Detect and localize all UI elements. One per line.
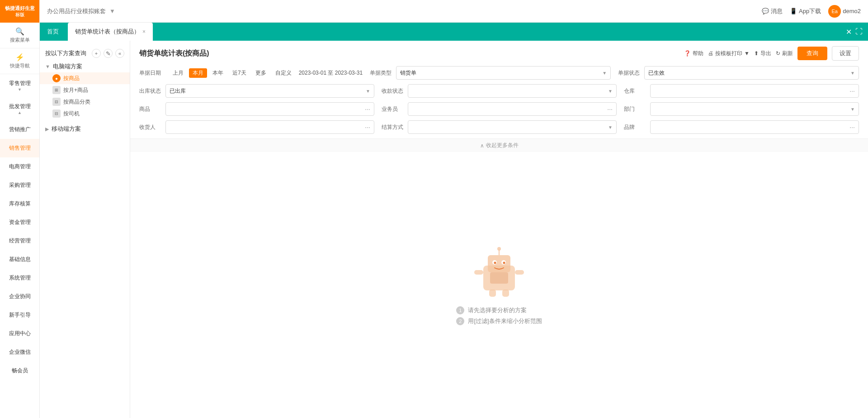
receipt-status-dropdown[interactable]: ▼ (408, 84, 617, 98)
topbar-left: 办公用品行业模拟账套 ▼ (47, 7, 115, 15)
user-area[interactable]: Ea demo2 (828, 5, 861, 18)
query-button[interactable]: 查询 (797, 47, 827, 60)
filter-wrapper: 销货单统计表(按商品) ❓ 帮助 🖨 按模板打印 ▼ (130, 41, 868, 134)
sidebar-item-sales[interactable]: 销售管理 (0, 139, 39, 157)
sidebar-item-purchase[interactable]: 采购管理 (0, 176, 39, 195)
sidebar-item-operations[interactable]: 经营管理 (0, 232, 39, 250)
empty-illustration (472, 245, 526, 301)
payment-caret: ▼ (608, 125, 613, 130)
sku-icon: ⊟ (52, 109, 61, 118)
product-input[interactable]: ··· (165, 102, 374, 116)
doc-status-dropdown[interactable]: 已生效 ▼ (644, 66, 859, 80)
sidebar-item-ecommerce[interactable]: 电商管理 (0, 157, 39, 176)
date-tab-this-month[interactable]: 本月 (189, 68, 207, 78)
filter-receipt-status: 收款状态 ▼ (382, 84, 617, 98)
svg-point-11 (497, 247, 501, 251)
recipient-input[interactable]: ··· (165, 120, 374, 134)
tree-item-by-product[interactable]: ● 按商品 (40, 72, 130, 84)
department-label: 部门 (624, 105, 646, 113)
department-dropdown[interactable]: ▼ (650, 102, 859, 116)
help-btn[interactable]: ❓ 帮助 (684, 50, 703, 57)
export-btn[interactable]: ⬆ 导出 (754, 50, 771, 57)
date-tab-7days[interactable]: 近7天 (229, 68, 250, 78)
sidebar-item-retail[interactable]: 零售管理 ▼ (0, 74, 39, 97)
tree-mobile-section[interactable]: ▶ 移动端方案 (40, 123, 130, 135)
salesperson-input[interactable]: ··· (408, 102, 617, 116)
sidebar-item-marketing[interactable]: 营销推广 (0, 120, 39, 139)
page-actions: ❓ 帮助 🖨 按模板打印 ▼ ⬆ 导出 (684, 46, 859, 61)
tab-close-btn[interactable]: × (142, 28, 146, 35)
tab-close-window-btn[interactable]: ✕ (846, 28, 852, 36)
collapse-panel-btn[interactable]: « (115, 49, 124, 58)
filter-salesperson: 业务员 ··· (382, 102, 617, 116)
app-download-btn[interactable]: 📱 App下载 (790, 7, 821, 15)
filter-section: 销货单统计表(按商品) ❓ 帮助 🖨 按模板打印 ▼ (130, 41, 868, 152)
recipient-dots[interactable]: ··· (365, 124, 370, 131)
payment-dropdown[interactable]: ▼ (408, 120, 617, 134)
print-btn[interactable]: 🖨 按模板打印 ▼ (708, 50, 750, 57)
sidebar-item-member[interactable]: 畅会员 (0, 361, 39, 380)
add-scheme-btn[interactable]: + (92, 49, 101, 58)
out-status-label: 出库状态 (139, 87, 162, 95)
filter-date: 单据日期 上月 本月 本年 近7天 更多 自定义 2023-03-01 至 20… (139, 68, 363, 78)
edit-scheme-btn[interactable]: ✎ (104, 49, 113, 58)
page-title: 销货单统计表(按商品) (139, 49, 209, 58)
empty-tip-1: 1 请先选择要分析的方案 (456, 306, 542, 314)
tree-item-by-month-product[interactable]: ⊞ 按月+商品 (40, 84, 130, 96)
tree-item-label-3: 按司机 (63, 110, 80, 118)
content-area: 按以下方案查询 + ✎ « ▼ 电脑端方案 ● 按商品 ⊞ 按月+商品 ⊟ (40, 41, 868, 418)
sidebar-item-system[interactable]: 系统管理 (0, 269, 39, 287)
out-status-caret: ▼ (366, 89, 370, 94)
sidebar-item-apps[interactable]: 应用中心 (0, 324, 39, 343)
out-status-dropdown[interactable]: 已出库 ▼ (165, 84, 374, 98)
app-logo[interactable]: 畅捷通好生意 标版 (0, 0, 39, 23)
sidebar-item-newbie[interactable]: 新手引导 (0, 306, 39, 324)
tab-maximize-btn[interactable]: ⛶ (855, 28, 863, 36)
filter-row-1: 单据日期 上月 本月 本年 近7天 更多 自定义 2023-03-01 至 20… (139, 66, 859, 80)
tree-desktop-section[interactable]: ▼ 电脑端方案 (40, 61, 130, 72)
tree-item-by-sku[interactable]: ⊟ 按司机 (40, 108, 130, 119)
doc-type-caret: ▼ (602, 71, 607, 76)
search-menu-item[interactable]: 🔍 搜索菜单 (0, 23, 39, 48)
sidebar-item-enterprise[interactable]: 企业协同 (0, 287, 39, 306)
warehouse-dots[interactable]: ··· (849, 87, 855, 95)
sidebar-item-basic[interactable]: 基础信息 (0, 250, 39, 269)
product-dots[interactable]: ··· (365, 105, 370, 113)
tree-item-label-0: 按商品 (63, 75, 80, 82)
date-tab-more[interactable]: 更多 (252, 68, 270, 78)
tab-home[interactable]: 首页 (40, 23, 66, 41)
mobile-section-label: 移动端方案 (52, 125, 81, 133)
svg-point-4 (494, 261, 496, 264)
filter-recipient: 收货人 ··· (139, 120, 374, 134)
sidebar-item-finance[interactable]: 资金管理 (0, 213, 39, 232)
sidebar-item-wechat[interactable]: 企业微信 (0, 343, 39, 361)
date-tab-last-month[interactable]: 上月 (169, 68, 187, 78)
search-label: 搜索菜单 (0, 37, 39, 43)
date-tab-this-year[interactable]: 本年 (209, 68, 227, 78)
quick-nav-item[interactable]: ⚡ 快捷导航 (0, 48, 39, 74)
logo-text: 畅捷通好生意 标版 (5, 5, 35, 17)
messages-btn[interactable]: 💬 消息 (762, 7, 783, 15)
salesperson-dots[interactable]: ··· (607, 105, 613, 113)
brand-dots[interactable]: ··· (849, 124, 855, 131)
tip-text-1: 请先选择要分析的方案 (468, 306, 527, 314)
tabbar: 首页 销货单统计表（按商品） × ✕ ⛶ (40, 23, 868, 41)
dropdown-icon[interactable]: ▼ (109, 8, 115, 14)
tabbar-right: ✕ ⛶ (846, 28, 868, 36)
tab-active[interactable]: 销货单统计表（按商品） × (68, 23, 153, 41)
warehouse-input[interactable]: ··· (650, 84, 859, 98)
brand-input[interactable]: ··· (650, 120, 859, 134)
doc-type-dropdown[interactable]: 销货单 ▼ (396, 66, 611, 80)
date-tab-custom[interactable]: 自定义 (272, 68, 295, 78)
left-panel-title: 按以下方案查询 (45, 49, 86, 57)
sidebar-item-wholesale[interactable]: 批发管理 ▲ (0, 97, 39, 120)
print-dropdown-icon: ▼ (744, 50, 750, 57)
sidebar-item-inventory[interactable]: 库存核算 (0, 195, 39, 213)
tree-item-by-category[interactable]: ⊟ 按商品分类 (40, 96, 130, 108)
collapse-bar[interactable]: ∧ 收起更多条件 (130, 138, 868, 152)
svg-rect-12 (490, 272, 508, 284)
refresh-btn[interactable]: ↻ 刷新 (776, 50, 793, 57)
empty-tip-2: 2 用[过滤]条件来缩小分析范围 (456, 317, 542, 325)
svg-rect-1 (488, 255, 510, 272)
settings-button[interactable]: 设置 (832, 46, 859, 61)
